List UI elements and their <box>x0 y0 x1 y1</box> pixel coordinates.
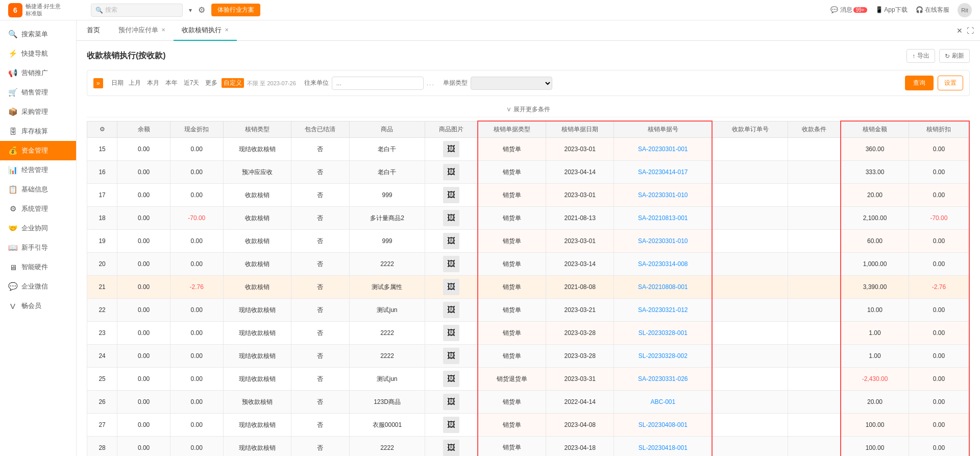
bill-no-link[interactable]: SL-20230328-002 <box>639 352 688 359</box>
bill-no-link[interactable]: SA-20230301-010 <box>638 191 688 199</box>
cell-cancel-bill-no[interactable]: SA-20230331-026 <box>614 368 713 391</box>
sidebar: 🔍搜索菜单⚡快捷导航📢营销推广🛒销售管理📦采购管理🗄库存核算💰资金管理📊经营管理… <box>0 20 77 456</box>
cell-cancel-bill-no[interactable]: SA-20230301-001 <box>614 138 713 161</box>
sidebar-item-sales[interactable]: 🛒销售管理 <box>0 83 76 102</box>
tab-home[interactable]: 首页 <box>77 20 110 41</box>
cell-cancel-bill-no[interactable]: SA-20210808-001 <box>614 276 713 299</box>
filter-partner-group: 往来单位 ... <box>304 77 435 90</box>
close-window-icon[interactable]: ✕ <box>957 27 963 35</box>
cell-cancel-type: 收款核销 <box>223 276 291 299</box>
cell-cancel-bill-no[interactable]: SA-20230321-012 <box>614 299 713 322</box>
cell-cancel-bill-no[interactable]: SA-20230314-008 <box>614 253 713 276</box>
message-link[interactable]: 💬 消息99+ <box>830 6 867 14</box>
setting-button[interactable]: 设置 <box>938 76 963 90</box>
cell-cancel-bill-no[interactable]: ABC-001 <box>614 391 713 414</box>
th-cancel-discount: 核销折扣 <box>909 121 969 138</box>
sidebar-item-guide[interactable]: 📖新手引导 <box>0 238 76 257</box>
partner-input[interactable] <box>332 77 424 90</box>
cell-cancel-amount: 1.00 <box>841 322 909 345</box>
date-this-month[interactable]: 本月 <box>145 78 161 88</box>
sidebar-item-wechat[interactable]: 💬企业微信 <box>0 277 76 296</box>
bill-no-link[interactable]: SA-20230321-012 <box>638 306 688 314</box>
cell-balance: 0.00 <box>117 299 170 322</box>
cell-cancel-bill-no[interactable]: SL-20230328-001 <box>614 322 713 345</box>
sidebar-item-member[interactable]: V畅会员 <box>0 296 76 316</box>
app-download-link[interactable]: 📱 App下载 <box>875 6 908 14</box>
cell-cancel-bill-no[interactable]: SA-20230301-010 <box>614 230 713 253</box>
bill-no-link[interactable]: SA-20230301-001 <box>638 146 688 153</box>
cell-cash-discount: 0.00 <box>170 299 223 322</box>
sidebar-item-inventory[interactable]: 🗄库存核算 <box>0 122 76 141</box>
export-button[interactable]: ↑ 导出 <box>906 49 935 63</box>
cell-goods-img: 🖼 <box>425 437 478 457</box>
expand-conditions-bar[interactable]: ∨ 展开更多条件 <box>87 102 970 117</box>
maximize-icon[interactable]: ⛶ <box>967 27 974 35</box>
cell-receipt-condition <box>788 345 841 368</box>
bill-no-link[interactable]: SL-20230328-001 <box>639 329 688 337</box>
sidebar-item-search[interactable]: 🔍搜索菜单 <box>0 25 76 44</box>
sidebar-item-cooperation[interactable]: 🤝企业协同 <box>0 219 76 238</box>
bill-no-link[interactable]: SA-20210813-001 <box>638 214 688 222</box>
tab-collection[interactable]: 收款核销执行 ✕ <box>174 20 237 41</box>
bill-no-link[interactable]: SA-20230301-010 <box>638 237 688 245</box>
cell-cancel-bill-date: 2023-03-21 <box>546 299 614 322</box>
bill-no-link[interactable]: SL-20230408-001 <box>639 421 688 428</box>
sidebar-item-operations[interactable]: 📊经营管理 <box>0 160 76 180</box>
date-7days[interactable]: 近7天 <box>182 78 202 88</box>
cell-cancel-amount: 1.00 <box>841 345 909 368</box>
cell-cancel-bill-no[interactable]: SA-20230301-010 <box>614 184 713 207</box>
sidebar-item-marketing[interactable]: 📢营销推广 <box>0 63 76 83</box>
dropdown-btn[interactable]: ▾ <box>189 7 192 14</box>
data-table: ⚙ 余额 现金折扣 核销类型 包含已结清 商品 商品图片 核销单据类型 核销单据… <box>87 121 970 456</box>
cell-goods: 测试多属性 <box>349 276 425 299</box>
cell-receipt-condition <box>788 322 841 345</box>
th-settings[interactable]: ⚙ <box>87 121 117 138</box>
date-range-display: 不限 至 2023-07-26 <box>247 80 296 87</box>
bill-no-link[interactable]: ABC-001 <box>650 398 675 405</box>
date-last-month[interactable]: 上月 <box>127 78 143 88</box>
query-button[interactable]: 查询 <box>905 76 934 90</box>
close-prepay-tab[interactable]: ✕ <box>161 27 165 33</box>
trial-button[interactable]: 体验行业方案 <box>211 4 260 16</box>
sidebar-item-label: 基础信息 <box>21 185 48 194</box>
user-avatar[interactable]: Rit <box>958 3 972 17</box>
cell-receipt-condition <box>788 299 841 322</box>
bill-no-link[interactable]: SA-20230314-008 <box>638 260 688 268</box>
sidebar-item-label: 企业协同 <box>21 224 48 233</box>
filter-collapse-button[interactable]: » <box>93 78 103 88</box>
gear-icon[interactable]: ⚙ <box>198 5 205 15</box>
close-collection-tab[interactable]: ✕ <box>225 27 229 33</box>
cell-cancel-discount: 0.00 <box>909 414 969 437</box>
top-search-box[interactable]: 🔍 搜索 <box>91 4 183 17</box>
cell-cash-discount: -70.00 <box>170 207 223 230</box>
cell-cancel-type: 现结收款核销 <box>223 322 291 345</box>
cell-cancel-bill-no[interactable]: SA-20230414-017 <box>614 161 713 184</box>
sidebar-item-system[interactable]: ⚙系统管理 <box>0 199 76 219</box>
cell-cancel-type: 现结收款核销 <box>223 437 291 457</box>
sidebar-item-finance[interactable]: 💰资金管理 <box>0 141 76 160</box>
cell-cancel-bill-no[interactable]: SA-20210813-001 <box>614 207 713 230</box>
date-custom[interactable]: 自定义 <box>222 78 244 88</box>
cell-cancel-bill-no[interactable]: SL-20230328-002 <box>614 345 713 368</box>
cell-cancel-bill-type: 销货退货单 <box>478 368 546 391</box>
sidebar-item-purchase[interactable]: 📦采购管理 <box>0 102 76 122</box>
cell-cancel-bill-date: 2022-04-14 <box>546 391 614 414</box>
bill-type-select[interactable] <box>471 77 552 90</box>
sidebar-item-shortcut[interactable]: ⚡快捷导航 <box>0 44 76 63</box>
date-this-year[interactable]: 本年 <box>163 78 180 88</box>
cell-cancel-bill-no[interactable]: SL-20230408-001 <box>614 414 713 437</box>
bill-no-link[interactable]: SA-20230331-026 <box>638 375 688 382</box>
bill-no-link[interactable]: SA-20210808-001 <box>638 283 688 291</box>
date-more[interactable]: 更多 <box>203 78 219 88</box>
refresh-button[interactable]: ↻ 刷新 <box>939 49 970 63</box>
cell-goods-img: 🖼 <box>425 161 478 184</box>
sidebar-item-basic[interactable]: 📋基础信息 <box>0 180 76 199</box>
bill-no-link[interactable]: SA-20230414-017 <box>638 169 688 176</box>
date-label: 日期 <box>111 79 124 87</box>
sidebar-item-hardware[interactable]: 🖥智能硬件 <box>0 257 76 277</box>
cell-cancel-discount: 0.00 <box>909 345 969 368</box>
cell-cancel-bill-no[interactable]: SL-20230418-001 <box>614 437 713 457</box>
customer-service-link[interactable]: 🎧 在线客服 <box>916 6 949 14</box>
bill-no-link[interactable]: SL-20230418-001 <box>639 444 688 451</box>
tab-prepay[interactable]: 预付冲应付单 ✕ <box>110 20 174 41</box>
